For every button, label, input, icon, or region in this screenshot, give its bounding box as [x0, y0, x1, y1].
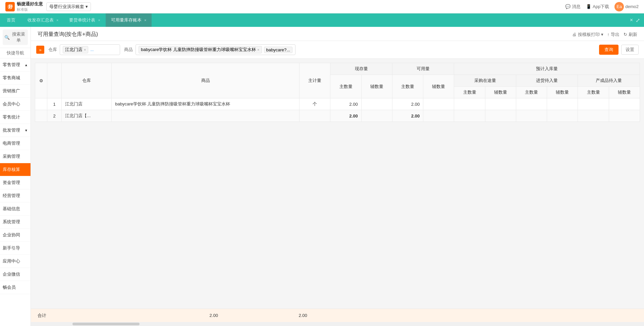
sidebar-item-member-center[interactable]: 会员中心: [0, 98, 31, 111]
td-purchase-main: [454, 98, 485, 110]
search-menu-btn[interactable]: 🔍 搜索菜单: [3, 30, 28, 45]
summary-label: 合计: [38, 313, 58, 319]
tab-close-icon[interactable]: ×: [144, 18, 146, 22]
tab-receive-summary[interactable]: 收发存汇总表 ×: [22, 13, 64, 27]
sidebar-item-retail-mall[interactable]: 零售商城: [0, 72, 31, 85]
td-production-main: [578, 98, 609, 110]
sidebar-item-inventory[interactable]: 库存核算: [0, 163, 31, 176]
scroll-thumb[interactable]: [72, 323, 140, 325]
warehouse-more-btn[interactable]: ...: [90, 47, 94, 52]
setting-label: 设置: [626, 47, 634, 52]
th-gear[interactable]: ⚙: [35, 63, 47, 98]
sidebar-item-member[interactable]: 畅会员: [0, 281, 31, 294]
warehouse-filter-group: 仓库 江北门店 × ...: [48, 44, 120, 55]
sidebar-item-label: 批发管理: [3, 127, 20, 133]
td-index: 2: [47, 110, 62, 122]
expand-btn[interactable]: ⤢: [636, 17, 640, 24]
td-production-main: [578, 110, 609, 122]
sidebar-item-basic-info[interactable]: 基础信息: [0, 202, 31, 216]
tab-close-icon[interactable]: ×: [98, 18, 100, 22]
main-layout: 🔍 搜索菜单 快捷导航 零售管理 ▲ 零售商城 营销推广 会员中心 零售统计 批…: [0, 27, 644, 326]
brand-name: 畅捷通好生意: [17, 1, 43, 7]
th-main-unit: 主计量: [300, 63, 330, 98]
user-menu[interactable]: Ea demo2: [614, 2, 639, 11]
refresh-label: 刷新: [629, 32, 637, 38]
warehouse-filter-input[interactable]: 江北门店 × ...: [60, 44, 120, 55]
sidebar-item-enterprise-collab[interactable]: 企业协同: [0, 229, 31, 242]
sidebar-item-marketing[interactable]: 营销推广: [0, 85, 31, 98]
sidebar-item-purchase-mgmt[interactable]: 采购管理: [0, 150, 31, 163]
goods-tag-label-2: babycare?...: [266, 47, 290, 52]
tab-order-summary-label: 要货单统计表: [69, 17, 95, 23]
goods-tag-remove[interactable]: ×: [257, 48, 259, 52]
sidebar-item-wholesale-mgmt[interactable]: 批发管理 ▼: [0, 124, 31, 137]
tab-order-summary[interactable]: 要货单统计表 ×: [64, 13, 105, 27]
sidebar-item-label: 新手引导: [3, 245, 20, 251]
user-name: demo2: [625, 4, 639, 9]
sidebar-item-label: 经营管理: [3, 193, 20, 199]
td-inbound-main: [516, 110, 547, 122]
page-actions: 🖨 按模板打印 ▾ ↑ 导出 ↻ 刷新: [572, 32, 638, 38]
th-purchase-aux: 辅数量: [485, 87, 516, 98]
setting-btn[interactable]: 设置: [621, 45, 639, 55]
th-inbound-main: 主数量: [516, 87, 547, 98]
app-download-btn[interactable]: 📱 App下载: [586, 4, 609, 10]
th-stock-main: 主数量: [330, 75, 361, 98]
warehouse-tag-remove[interactable]: ×: [84, 48, 86, 52]
th-production-aux: 辅数量: [609, 87, 640, 98]
query-btn[interactable]: 查询: [599, 45, 619, 55]
message-btn[interactable]: 💬 消息: [565, 4, 581, 10]
tab-close-icon[interactable]: ×: [56, 18, 58, 22]
sidebar-item-label: 企业协同: [3, 232, 20, 238]
sidebar-item-finance[interactable]: 资金管理: [0, 176, 31, 189]
summary-stock-main: 2.00: [192, 313, 236, 318]
td-unit: 个: [300, 98, 330, 110]
quick-nav-btn[interactable]: 快捷导航: [0, 48, 31, 58]
table-scroll-bar[interactable]: [31, 322, 644, 326]
sidebar-item-retail-stats[interactable]: 零售统计: [0, 111, 31, 124]
td-warehouse: 江北门店【...: [62, 110, 112, 122]
filter-expand-btn[interactable]: »: [36, 46, 44, 54]
print-icon: 🖨: [572, 32, 577, 37]
th-purchase-main: 主数量: [454, 87, 485, 98]
industry-select[interactable]: 母婴行业演示账套 ▾: [46, 2, 91, 11]
tab-home[interactable]: 首页: [0, 13, 22, 27]
refresh-btn[interactable]: ↻ 刷新: [624, 32, 637, 38]
template-print-btn[interactable]: 🖨 按模板打印 ▾: [572, 32, 603, 38]
sidebar: 🔍 搜索菜单 快捷导航 零售管理 ▲ 零售商城 营销推广 会员中心 零售统计 批…: [0, 27, 31, 326]
summary-row: 合计 2.00 2.00: [31, 309, 644, 322]
th-current-stock: 现存量: [330, 63, 392, 75]
search-menu-label: 搜索菜单: [11, 31, 26, 43]
td-stock-aux: [361, 98, 392, 110]
sidebar-item-operations[interactable]: 经营管理: [0, 189, 31, 202]
goods-tag-label: babycare学饮杯 儿童防摔防撞吸管杯重力球吸嘴杯宝宝水杯: [141, 47, 256, 53]
chevron-down-icon: ▾: [601, 32, 603, 37]
sidebar-item-label: 营销推广: [3, 88, 20, 94]
tab-available-stock-label: 可用量库存账本: [111, 17, 142, 23]
td-warehouse: 江北门店: [62, 98, 112, 110]
sidebar-item-label: 基础信息: [3, 206, 20, 212]
sidebar-item-retail-mgmt[interactable]: 零售管理 ▲: [0, 58, 31, 72]
close-all-btn[interactable]: ×: [630, 17, 633, 23]
export-btn[interactable]: ↑ 导出: [607, 32, 620, 38]
sidebar-item-ecom-mgmt[interactable]: 电商管理: [0, 137, 31, 150]
th-production-main: 主数量: [578, 87, 609, 98]
td-avail-main: 2.00: [392, 110, 423, 122]
tab-available-stock[interactable]: 可用量库存账本 ×: [106, 13, 152, 27]
export-label: 导出: [611, 32, 620, 38]
sidebar-item-app-center[interactable]: 应用中心: [0, 255, 31, 268]
td-stock-main: 2.00: [330, 110, 361, 122]
sidebar-item-system-mgmt[interactable]: 系统管理: [0, 216, 31, 229]
table-row: 2 江北门店【... 2.00 2.00: [35, 110, 640, 122]
app-download-label: App下载: [593, 4, 609, 10]
th-stock-aux: 辅数量: [361, 75, 392, 98]
brand-sub: 标准版: [17, 7, 43, 12]
sidebar-search-area: 🔍 搜索菜单: [0, 27, 31, 48]
sidebar-item-label: 零售商城: [3, 75, 20, 81]
sidebar-item-enterprise-wechat[interactable]: 企业微信: [0, 268, 31, 281]
warehouse-tag-jiangbei: 江北门店 ×: [63, 46, 88, 53]
page-header: 可用量查询(按仓库+商品) 🖨 按模板打印 ▾ ↑ 导出 ↻ 刷新: [31, 27, 644, 41]
sidebar-item-new-guide[interactable]: 新手引导: [0, 242, 31, 255]
filter-actions: 查询 设置: [599, 45, 639, 55]
goods-filter-input[interactable]: babycare学饮杯 儿童防摔防撞吸管杯重力球吸嘴杯宝宝水杯 × babyca…: [136, 44, 296, 55]
